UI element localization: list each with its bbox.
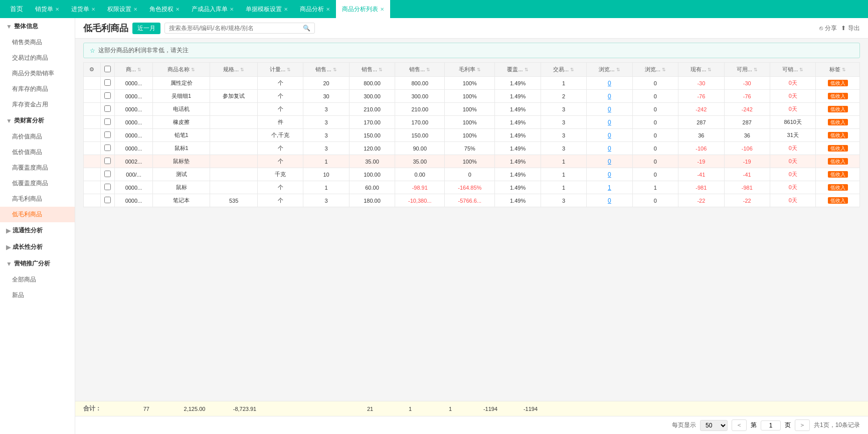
nav-close-sales[interactable]: ✕ (55, 7, 59, 12)
search-icon[interactable]: 🔍 (303, 25, 310, 32)
nav-inventory[interactable]: 产成品入库单✕ (186, 0, 240, 18)
col-checkbox[interactable] (100, 63, 114, 77)
row-checkbox[interactable] (100, 77, 114, 90)
row-browse1[interactable]: 0 (587, 194, 632, 207)
page-number-input[interactable] (761, 420, 781, 430)
col-settings[interactable]: ⚙ (84, 63, 101, 77)
row-browse1[interactable]: 1 (587, 181, 632, 194)
row-checkbox[interactable] (100, 103, 114, 116)
nav-close-template[interactable]: ✕ (284, 7, 288, 12)
nav-close-product-list[interactable]: ✕ (380, 7, 384, 12)
row-checkbox[interactable] (100, 155, 114, 168)
col-tag[interactable]: 标签 ⇅ (816, 63, 860, 77)
col-current-stock[interactable]: 现有... ⇅ (678, 63, 724, 77)
row-sales-cost: -10,380... (395, 194, 445, 207)
sidebar-item-low-coverage[interactable]: 低覆盖度商品 (0, 176, 75, 191)
row-checkbox[interactable] (100, 168, 114, 181)
sidebar-group-overall[interactable]: ▼ 整体信息 (0, 18, 75, 35)
nav-home[interactable]: 首页 (4, 0, 29, 18)
search-box[interactable]: 🔍 (164, 23, 315, 34)
sidebar-item-sales-products[interactable]: 销售类商品 (0, 35, 75, 50)
row-browse1[interactable]: 0 (587, 155, 632, 168)
col-gross-rate[interactable]: 毛利率 ⇅ (445, 63, 495, 77)
row-browse1[interactable]: 0 (587, 90, 632, 103)
row-checkbox[interactable] (100, 181, 114, 194)
col-spec[interactable]: 规格... ⇅ (210, 63, 258, 77)
filter-recent-month[interactable]: 近一月 (132, 23, 160, 34)
row-browse1[interactable]: 0 (587, 103, 632, 116)
share-button[interactable]: ⎋ 分享 (819, 24, 837, 33)
sidebar-item-high-value[interactable]: 高价值商品 (0, 129, 75, 144)
nav-purchase[interactable]: 进货单✕ (65, 0, 101, 18)
sidebar-item-high-margin[interactable]: 高毛利商品 (0, 191, 75, 207)
sidebar-item-high-coverage[interactable]: 高覆盖度商品 (0, 160, 75, 176)
nav-close-purchase[interactable]: ✕ (91, 7, 95, 12)
col-name[interactable]: 商品名称 ⇅ (153, 63, 210, 77)
sidebar-group-flow[interactable]: ▶ 流通性分析 (0, 222, 75, 239)
row-browse1[interactable]: 0 (587, 77, 632, 90)
row-browse2: 0 (632, 116, 678, 129)
search-input[interactable] (169, 25, 303, 32)
sidebar-group-marketing[interactable]: ▼ 营销推广分析 (0, 255, 75, 272)
row-browse1[interactable]: 0 (587, 116, 632, 129)
footer-cells: 77 2,125.00 -8,723.91 21 1 1 -1194 -1194 (109, 406, 860, 412)
row-checkbox[interactable] (100, 194, 114, 207)
col-transaction[interactable]: 交易... ⇅ (541, 63, 586, 77)
row-gross-rate: 100% (445, 155, 495, 168)
sidebar-item-low-margin[interactable]: 低毛利商品 (0, 207, 75, 222)
select-all-checkbox[interactable] (104, 66, 111, 72)
row-transaction: 3 (541, 194, 586, 207)
nav-close-product-analysis[interactable]: ✕ (326, 7, 330, 12)
col-coverage[interactable]: 覆盖... ⇅ (495, 63, 541, 77)
page-size-select[interactable]: 50 20 100 (700, 420, 728, 431)
row-unit: 件 (257, 116, 303, 129)
export-button[interactable]: ⬆ 导出 (841, 24, 860, 33)
row-transaction: 3 (541, 129, 586, 142)
sidebar-item-category-rate[interactable]: 商品分类助销率 (0, 66, 75, 81)
col-sales-cost[interactable]: 销售... ⇅ (395, 63, 445, 77)
sidebar-group-wealth[interactable]: ▼ 类财富分析 (0, 112, 75, 129)
row-browse1[interactable]: 0 (587, 129, 632, 142)
table-row: 0000... 属性定价 个 20 800.00 800.00 100% 1.4… (84, 77, 860, 90)
sidebar-item-inventory-capital[interactable]: 库存资金占用 (0, 97, 75, 112)
nav-product-list[interactable]: 商品分析列表✕ (336, 0, 390, 18)
row-spec (210, 116, 258, 129)
nav-template[interactable]: 单据模板设置✕ (240, 0, 294, 18)
col-sales-price[interactable]: 销售... ⇅ (349, 63, 395, 77)
row-code: 0000... (114, 103, 152, 116)
sidebar-item-low-value[interactable]: 低价值商品 (0, 144, 75, 160)
row-checkbox[interactable] (100, 142, 114, 155)
prev-page-button[interactable]: ＜ (732, 419, 747, 431)
col-unit[interactable]: 计量... ⇅ (257, 63, 303, 77)
row-sales-price: 180.00 (349, 194, 395, 207)
nav-product-analysis[interactable]: 商品分析✕ (294, 0, 336, 18)
sidebar-group-growth[interactable]: ▶ 成长性分析 (0, 239, 75, 255)
sidebar-item-all-products[interactable]: 全部商品 (0, 272, 75, 287)
col-code[interactable]: 商... ⇅ (114, 63, 152, 77)
row-settings (84, 168, 101, 181)
row-checkbox[interactable] (100, 129, 114, 142)
nav-permission[interactable]: 权限设置✕ (101, 0, 143, 18)
row-checkbox[interactable] (100, 90, 114, 103)
nav-sales[interactable]: 销货单✕ (29, 0, 65, 18)
col-browse2[interactable]: 浏览... ⇅ (632, 63, 678, 77)
sidebar-item-traded-products[interactable]: 交易过的商品 (0, 50, 75, 66)
nav-close-inventory[interactable]: ✕ (230, 7, 234, 12)
nav-close-permission[interactable]: ✕ (133, 7, 137, 12)
row-available: -22 (724, 194, 770, 207)
row-saleable: 0天 (770, 194, 815, 207)
next-page-button[interactable]: ＞ (795, 419, 810, 431)
sidebar-item-new-products[interactable]: 新品 (0, 287, 75, 303)
col-browse1[interactable]: 浏览... ⇅ (587, 63, 632, 77)
col-saleable[interactable]: 可销... ⇅ (770, 63, 815, 77)
row-browse1[interactable]: 0 (587, 168, 632, 181)
row-checkbox[interactable] (100, 116, 114, 129)
col-sales-qty[interactable]: 销售... ⇅ (303, 63, 349, 77)
sidebar-item-inventory-products[interactable]: 有库存的商品 (0, 81, 75, 97)
nav-close-role[interactable]: ✕ (176, 7, 180, 12)
nav-role[interactable]: 角色授权✕ (143, 0, 186, 18)
col-available[interactable]: 可用... ⇅ (724, 63, 770, 77)
row-browse1[interactable]: 0 (587, 142, 632, 155)
row-available: -30 (724, 77, 770, 90)
row-current-stock: -76 (678, 90, 724, 103)
